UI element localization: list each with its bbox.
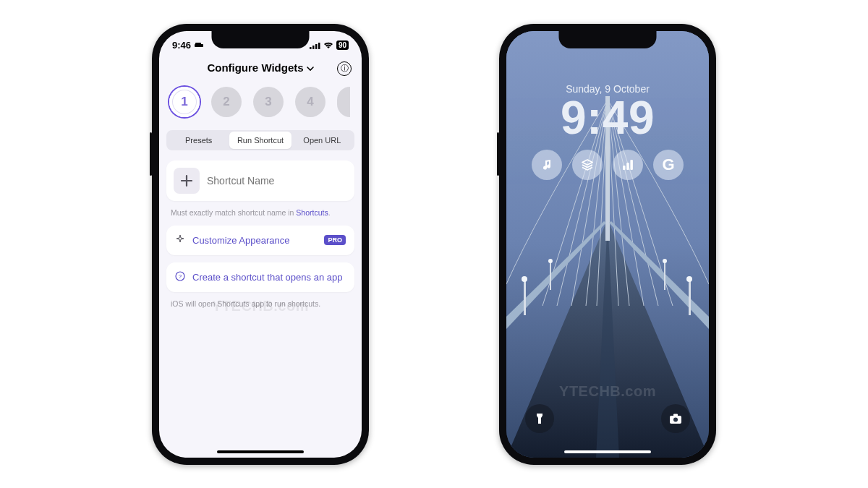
step-5-peek[interactable] <box>337 87 350 117</box>
header: Configure Widgets ⓘ <box>159 54 362 82</box>
flashlight-icon <box>534 412 545 425</box>
svg-rect-1 <box>195 43 201 46</box>
home-indicator[interactable] <box>217 450 304 453</box>
svg-point-15 <box>522 276 527 282</box>
lock-time: 9:49 <box>506 95 709 141</box>
svg-rect-5 <box>318 43 320 49</box>
step-4[interactable]: 4 <box>295 87 326 117</box>
signal-icon <box>310 42 320 49</box>
status-time: 9:46 <box>172 40 191 51</box>
flashlight-button[interactable] <box>525 404 554 433</box>
widget-google[interactable]: G <box>653 150 684 180</box>
widget-layers[interactable] <box>572 150 603 180</box>
svg-text:?: ? <box>179 273 182 280</box>
camera-button[interactable] <box>661 404 690 433</box>
svg-rect-30 <box>673 414 678 416</box>
customize-label: Customize Appearance <box>192 235 317 246</box>
wifi-icon <box>323 42 333 49</box>
add-icon-button[interactable] <box>174 168 200 194</box>
svg-point-17 <box>686 276 692 282</box>
svg-rect-14 <box>524 281 526 315</box>
lock-widgets-row: G <box>506 150 709 180</box>
create-shortcut-label: Create a shortcut that opens an app <box>192 272 346 283</box>
watermark: YTECHB.com <box>212 298 309 314</box>
svg-rect-3 <box>312 46 315 49</box>
step-2[interactable]: 2 <box>211 87 242 117</box>
header-title-label: Configure Widgets <box>207 61 303 74</box>
step-3[interactable]: 3 <box>253 87 284 117</box>
tab-presets[interactable]: Presets <box>168 132 229 149</box>
svg-rect-4 <box>315 44 318 49</box>
pro-badge: PRO <box>324 235 346 245</box>
svg-rect-20 <box>664 262 665 290</box>
phone-right: Airtel 90 Sunday, 9 October 9:49 <box>499 24 716 465</box>
notch <box>212 31 310 48</box>
step-row: 1 2 3 4 <box>159 82 362 130</box>
plus-icon <box>180 174 193 187</box>
sparkle-icon <box>175 234 185 247</box>
camera-icon <box>669 413 682 424</box>
svg-rect-18 <box>550 262 551 290</box>
screen-lockscreen: Airtel 90 Sunday, 9 October 9:49 <box>506 31 709 458</box>
svg-rect-2 <box>310 47 312 49</box>
help-icon: ? <box>175 271 185 283</box>
svg-rect-16 <box>689 281 691 315</box>
tab-segment: Presets Run Shortcut Open URL <box>159 130 362 160</box>
step-1[interactable]: 1 <box>169 87 200 117</box>
widget-chart[interactable] <box>613 150 643 180</box>
battery-level: 90 <box>336 40 349 50</box>
chevron-down-icon <box>307 61 314 74</box>
widget-music[interactable] <box>532 150 562 180</box>
svg-rect-27 <box>626 163 629 170</box>
phone-left: 9:46 90 Configure Widgets <box>152 24 369 465</box>
screen-configure-widgets: 9:46 90 Configure Widgets <box>159 31 362 458</box>
customize-appearance-row[interactable]: Customize Appearance PRO <box>166 226 354 255</box>
home-indicator[interactable] <box>564 450 651 453</box>
shortcut-input-card <box>166 160 354 201</box>
info-button[interactable]: ⓘ <box>337 61 352 76</box>
shortcut-match-note: Must exactly match shortcut name in Shor… <box>159 208 362 226</box>
carplay-icon <box>194 40 204 51</box>
svg-rect-28 <box>630 160 633 170</box>
notch <box>559 31 657 48</box>
info-icon: ⓘ <box>341 63 349 74</box>
layers-icon <box>581 158 594 171</box>
watermark: YTECHB.com <box>559 383 656 400</box>
create-shortcut-row[interactable]: ? Create a shortcut that opens an app <box>166 262 354 292</box>
header-title-button[interactable]: Configure Widgets <box>207 61 313 74</box>
svg-point-21 <box>663 259 667 263</box>
bar-chart-icon <box>621 158 634 171</box>
music-note-icon <box>540 158 553 171</box>
tab-run-shortcut[interactable]: Run Shortcut <box>229 132 291 149</box>
tab-open-url[interactable]: Open URL <box>292 132 353 149</box>
shortcuts-link[interactable]: Shortcuts <box>296 208 328 217</box>
svg-point-19 <box>548 259 553 263</box>
svg-rect-26 <box>623 166 626 170</box>
shortcut-name-input[interactable] <box>207 175 347 187</box>
svg-point-31 <box>673 417 678 421</box>
